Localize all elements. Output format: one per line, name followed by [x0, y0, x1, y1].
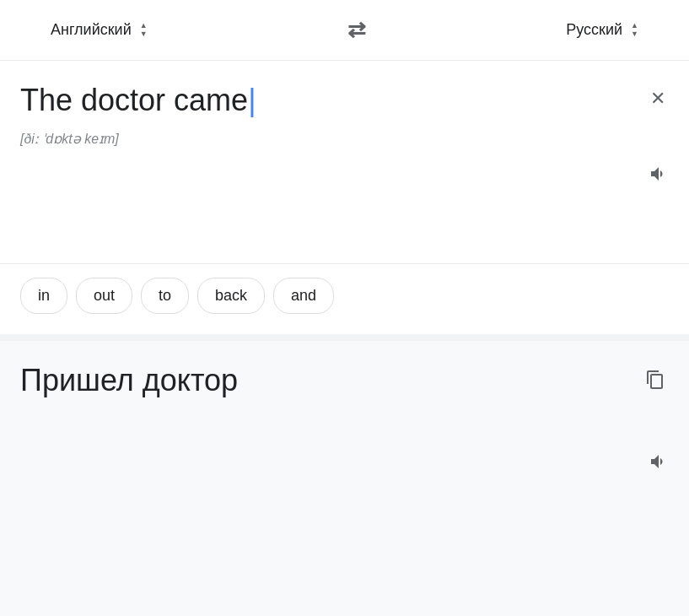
target-language-selector[interactable]: Русский ▲ ▼ [566, 21, 638, 39]
suggestions-area: in out to back and [0, 263, 689, 334]
translation-bottom-bar [20, 451, 669, 477]
source-text-display[interactable]: The doctor came [20, 81, 640, 121]
suggestion-chip-in[interactable]: in [20, 278, 67, 314]
source-input-area: The doctor came ✕ [20, 81, 669, 121]
suggestion-chip-to[interactable]: to [141, 278, 189, 314]
copy-icon [645, 370, 665, 390]
speaker-icon-translation [649, 451, 669, 472]
target-language-arrows: ▲ ▼ [631, 22, 638, 39]
swap-languages-button[interactable]: ⇄ [347, 17, 366, 43]
translation-speaker-button[interactable] [649, 451, 669, 477]
panel-divider [0, 334, 689, 341]
source-speaker-button[interactable] [649, 164, 669, 189]
source-language-arrows: ▲ ▼ [140, 22, 148, 39]
arrow-down-icon-2: ▼ [631, 30, 638, 39]
suggestion-chip-out[interactable]: out [76, 278, 132, 314]
copy-button[interactable] [642, 366, 669, 397]
translation-text: Пришел доктор [20, 361, 238, 401]
source-bottom-bar [20, 164, 669, 196]
pronunciation-text: [ðiː ˈdɒktə keɪm] [20, 131, 669, 147]
speaker-icon [649, 164, 669, 184]
clear-button[interactable]: ✕ [647, 84, 669, 113]
suggestion-chip-and[interactable]: and [273, 278, 334, 314]
target-language-label: Русский [566, 21, 622, 39]
source-language-selector[interactable]: Английский ▲ ▼ [51, 21, 148, 39]
translation-panel: Пришел доктор [0, 341, 689, 616]
swap-icon: ⇄ [347, 17, 366, 43]
language-bar: Английский ▲ ▼ ⇄ Русский ▲ ▼ [0, 0, 689, 61]
close-icon: ✕ [650, 88, 665, 109]
arrow-down-icon: ▼ [140, 30, 148, 39]
suggestions-list: in out to back and [20, 278, 669, 314]
suggestion-chip-back[interactable]: back [197, 278, 265, 314]
source-language-label: Английский [51, 21, 132, 39]
app-container: Английский ▲ ▼ ⇄ Русский ▲ ▼ The doctor … [0, 0, 689, 616]
source-panel: The doctor came ✕ [ðiː ˈdɒktə keɪm] [0, 61, 689, 263]
